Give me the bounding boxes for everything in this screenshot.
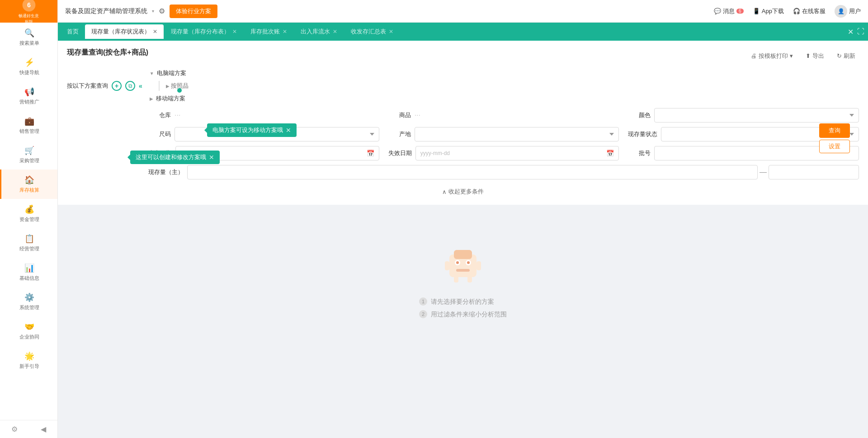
tab-inout-flow[interactable]: 出入库流水 ✕	[294, 24, 344, 39]
sidebar-item-inventory[interactable]: 🏠 库存核算	[0, 170, 57, 199]
origin-label: 产地	[388, 130, 411, 138]
collapse-label: 收起更多条件	[448, 188, 484, 196]
sidebar-item-base[interactable]: 📊 基础信息	[0, 258, 57, 287]
prev-scheme-btn[interactable]: «	[139, 82, 142, 89]
tooltip2-close[interactable]: ✕	[209, 154, 214, 161]
sidebar-navigation: 🔍 搜索菜单 ⚡ 快捷导航 📢 营销推广 💼 销售管理 🛒 采购管理 🏠 库存核…	[0, 23, 57, 420]
sidebar-item-search[interactable]: 🔍 搜索菜单	[0, 23, 57, 52]
color-select[interactable]	[654, 108, 859, 122]
sidebar-item-cooperation-label: 企业协同	[19, 334, 39, 340]
export-btn[interactable]: ⬆ 导出	[802, 50, 828, 62]
empty-tip-row-1: 1 请先选择要分析的方案	[419, 295, 507, 308]
finance-icon: 💰	[24, 204, 34, 214]
tab-stock-batch-label: 库存批次账	[250, 28, 280, 36]
base-icon: 📊	[24, 263, 34, 273]
sidebar-item-operations[interactable]: 📋 经营管理	[0, 228, 57, 258]
tab-collect-summary[interactable]: 收发存汇总表 ✕	[344, 24, 400, 39]
refresh-icon: ↻	[837, 52, 842, 59]
tab-fullscreen-btn[interactable]: ⛶	[857, 28, 864, 36]
filters-area: 仓库 ··· 商品 ··· 颜色	[148, 108, 859, 179]
sidebar-item-cooperation[interactable]: 🤝 企业协同	[0, 316, 57, 346]
tab-stock-batch[interactable]: 库存批次账 ✕	[244, 24, 293, 39]
expire-date-input[interactable]: yyyy-mm-dd 📅	[415, 146, 619, 160]
user-label: 用户	[849, 7, 861, 15]
sidebar-item-quicknav-label: 快捷导航	[19, 69, 39, 76]
tip-num-2: 2	[419, 310, 427, 318]
svg-rect-3	[454, 250, 472, 259]
sidebar-collapse-btn[interactable]: ◀	[41, 425, 46, 433]
scheme-desktop-label: 电脑端方案	[157, 69, 186, 77]
sidebar-item-sales[interactable]: 💼 销售管理	[0, 111, 57, 140]
stock-range: —	[187, 165, 859, 179]
inventory-icon: 🏠	[24, 175, 34, 185]
tab-close-all-btn[interactable]: ✕	[848, 28, 854, 36]
add-scheme-btn[interactable]: +	[112, 81, 122, 91]
logo-main-text: 畅通好生意	[19, 14, 39, 18]
tab-bar-right: ✕ ⛶	[848, 28, 864, 36]
empty-tip-row-2: 2 用过滤条件来缩小分析范围	[419, 308, 507, 320]
headset-icon: 🎧	[793, 8, 800, 14]
stock-range-max[interactable]	[769, 165, 859, 179]
tab-stock-status-close[interactable]: ✕	[153, 28, 157, 35]
search-btn[interactable]: 查询	[819, 123, 850, 138]
stock-range-min[interactable]	[187, 165, 758, 179]
top-header: 装备及固定资产辅助管理系统 ▾ ⚙ 体验行业方案 💬 消息 6 📱 App下载 …	[58, 0, 868, 23]
scheme-mobile-arrow[interactable]: ▶	[150, 96, 153, 101]
size-label: 尺码	[148, 130, 171, 138]
filter-expire-date: 失效日期 yyyy-mm-dd 📅	[388, 146, 619, 160]
system-title-dropdown[interactable]: ▾	[152, 9, 154, 14]
tab-home[interactable]: 首页	[61, 24, 84, 39]
green-dot-indicator	[177, 88, 182, 93]
collapse-arrow-icon: ∧	[442, 188, 447, 195]
header-settings-icon[interactable]: ⚙	[159, 7, 165, 15]
system-icon: ⚙️	[24, 292, 34, 302]
tooltip1-close[interactable]: ✕	[286, 127, 291, 134]
app-download-item[interactable]: 📱 App下载	[753, 7, 784, 15]
experience-btn[interactable]: 体验行业方案	[170, 5, 217, 18]
copy-scheme-btn[interactable]: ⧉	[125, 81, 135, 91]
svg-rect-10	[476, 261, 481, 270]
page-header-actions: 🖨 按模板打印 ▾ ⬆ 导出 ↻ 刷新	[747, 50, 859, 62]
user-profile-item[interactable]: 👤 用户	[835, 5, 861, 18]
set-btn[interactable]: 设置	[819, 140, 850, 153]
sidebar-item-quicknav[interactable]: ⚡ 快捷导航	[0, 52, 57, 81]
page-body: 现存量查询(按仓库+商品) 🖨 按模板打印 ▾ ⬆ 导出 ↻ 刷新	[58, 41, 868, 438]
scheme-mobile-label: 移动端方案	[156, 94, 185, 103]
origin-select[interactable]	[415, 127, 619, 141]
tab-collect-summary-close[interactable]: ✕	[389, 28, 393, 35]
tab-stock-status[interactable]: 现存量（库存状况表） ✕	[85, 24, 164, 39]
svg-point-6	[456, 261, 459, 264]
tab-inout-flow-close[interactable]: ✕	[333, 28, 337, 35]
sidebar-item-marketing[interactable]: 📢 营销推广	[0, 81, 57, 111]
message-item[interactable]: 💬 消息 6	[714, 7, 744, 15]
scheme-row-mobile: ▶ 移动端方案	[150, 94, 189, 103]
tab-stock-dist[interactable]: 现存量（库存分布表） ✕	[165, 24, 243, 39]
empty-state-icon	[440, 241, 486, 286]
sidebar-item-guide[interactable]: 🌟 新手引导	[0, 346, 57, 375]
collapse-filters-btn[interactable]: ∧ 收起更多条件	[67, 184, 859, 198]
print-icon: 🖨	[751, 52, 757, 59]
sidebar: 6 畅通好生意 标版 🔍 搜索菜单 ⚡ 快捷导航 📢 营销推广 💼 销售管理 🛒…	[0, 0, 58, 438]
tab-bar: 首页 现存量（库存状况表） ✕ 现存量（库存分布表） ✕ 库存批次账 ✕ 出入库…	[58, 23, 868, 41]
sidebar-item-system[interactable]: ⚙️ 系统管理	[0, 287, 57, 316]
tab-stock-batch-close[interactable]: ✕	[283, 28, 287, 35]
expire-date-label: 失效日期	[388, 149, 412, 157]
sidebar-item-sales-label: 销售管理	[19, 128, 39, 135]
online-support-item[interactable]: 🎧 在线客服	[793, 7, 826, 15]
sidebar-item-finance[interactable]: 💰 资金管理	[0, 199, 57, 228]
expire-date-calendar-icon: 📅	[606, 150, 614, 157]
tab-stock-dist-close[interactable]: ✕	[232, 28, 237, 35]
system-title: 装备及固定资产辅助管理系统	[65, 7, 147, 15]
query-section: 现存量查询(按仓库+商品) 🖨 按模板打印 ▾ ⬆ 导出 ↻ 刷新	[58, 41, 868, 205]
sidebar-item-purchase[interactable]: 🛒 采购管理	[0, 140, 57, 170]
filter-goods: 商品 ···	[388, 108, 619, 122]
sidebar-item-search-label: 搜索菜单	[19, 40, 39, 47]
sidebar-settings-btn[interactable]: ⚙	[11, 425, 18, 433]
template-print-btn[interactable]: 🖨 按模板打印 ▾	[747, 50, 797, 62]
tip-num-1: 1	[419, 297, 427, 306]
refresh-btn[interactable]: ↻ 刷新	[833, 50, 859, 62]
header-right: 💬 消息 6 📱 App下载 🎧 在线客服 👤 用户	[714, 5, 861, 18]
tab-collect-summary-label: 收发存汇总表	[351, 28, 386, 36]
scheme-desktop-arrow[interactable]: ▼	[150, 71, 154, 76]
batch-label: 批号	[628, 149, 651, 157]
